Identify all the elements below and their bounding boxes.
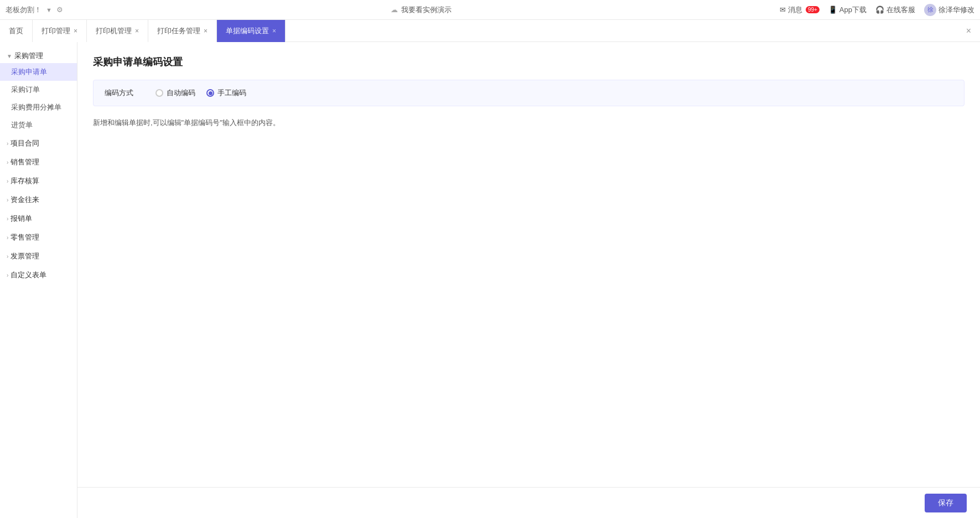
sidebar-group-inventory-arrow: › [7,178,8,184]
content-footer: 保存 [77,487,980,518]
tab-single-code-label: 单据编码设置 [226,26,269,36]
sidebar-group-purchase-arrow: ▼ [7,53,12,59]
sidebar-group-custom-form[interactable]: › 自定义表单 [0,266,77,284]
tab-print-task-label: 打印任务管理 [157,26,200,36]
save-button[interactable]: 保存 [925,494,967,512]
tab-print-task-close[interactable]: × [204,27,208,35]
tab-home-label: 首页 [9,26,23,36]
radio-auto-code-circle [155,89,163,97]
sidebar-group-retail-mgmt[interactable]: › 零售管理 [0,228,77,247]
tab-print-mgmt-label: 打印管理 [42,26,70,36]
radio-manual-code-circle [206,89,214,97]
message-button[interactable]: ✉ 消息 99+ [780,5,820,15]
tab-single-code-close[interactable]: × [272,27,276,35]
headset-icon: 🎧 [875,6,884,14]
sidebar-group-retail-mgmt-label: 零售管理 [11,232,39,242]
sidebar-group-invoice-mgmt-arrow: › [7,253,8,260]
user-name: 徐泽华修改 [938,5,974,15]
tab-home[interactable]: 首页 [0,20,33,42]
sidebar-group-capital[interactable]: › 资金往来 [0,190,77,209]
sidebar-item-purchase-order-label: 采购订单 [11,85,40,94]
sidebar-group-retail-mgmt-arrow: › [7,235,8,241]
avatar-icon: 徐 [924,4,936,16]
radio-auto-code[interactable]: 自动编码 [155,88,195,98]
sidebar-group-inventory[interactable]: › 库存核算 [0,172,77,190]
top-bar: 老板勿割！ ▼ ⚙ ☁ 我要看实例演示 ✉ 消息 99+ 📱 App下载 🎧 在… [0,0,980,20]
content-area: 采购申请单编码设置 编码方式 自动编码 手工编码 新增和编辑单据时,可以编辑"单… [77,42,980,518]
sidebar-item-purchase-expense-label: 采购费用分摊单 [11,103,61,111]
top-bar-left: 老板勿割！ ▼ ⚙ [6,5,63,15]
tab-single-code[interactable]: 单据编码设置 × [217,20,286,42]
sidebar-group-purchase[interactable]: ▼ 采购管理 [0,46,77,63]
sidebar-group-sales-mgmt-arrow: › [7,159,8,165]
sidebar-group-returns-arrow: › [7,216,8,222]
sidebar-item-purchase-request-label: 采购申请单 [11,68,47,76]
dropdown-icon[interactable]: ▼ [46,7,52,13]
sidebar-group-custom-form-arrow: › [7,272,8,278]
sidebar-item-purchase-order[interactable]: 采购订单 [0,81,77,99]
logo-text: 老板勿割！ [6,5,42,15]
tab-bar: 首页 打印管理 × 打印机管理 × 打印任务管理 × 单据编码设置 × × [0,20,980,42]
user-menu[interactable]: 徐 徐泽华修改 [924,4,974,16]
online-service-button[interactable]: 🎧 在线客服 [875,5,915,15]
encoding-label: 编码方式 [105,88,133,98]
sidebar-group-capital-arrow: › [7,197,8,203]
sidebar-group-invoice-mgmt[interactable]: › 发票管理 [0,247,77,266]
sidebar-item-purchase-request[interactable]: 采购申请单 [0,63,77,81]
radio-auto-code-label: 自动编码 [167,88,195,98]
sidebar-group-project-contract-label: 项目合同 [11,138,39,148]
phone-icon: 📱 [828,6,837,14]
sidebar-group-inventory-label: 库存核算 [11,176,39,186]
sidebar-group-project-contract[interactable]: › 项目合同 [0,134,77,153]
encoding-section: 编码方式 自动编码 手工编码 [93,80,965,106]
sidebar-item-purchase-expense[interactable]: 采购费用分摊单 [0,99,77,116]
description-text: 新增和编辑单据时,可以编辑"单据编码号"输入框中的内容。 [93,117,965,129]
tab-printer-mgmt-label: 打印机管理 [96,26,132,36]
main-layout: ▼ 采购管理 采购申请单 采购订单 采购费用分摊单 进货单 › 项目合同 › 销… [0,42,980,518]
top-bar-center: ☁ 我要看实例演示 [391,5,452,15]
message-icon: ✉ [780,6,786,14]
sidebar-group-sales-mgmt-label: 销售管理 [11,157,39,167]
sidebar: ▼ 采购管理 采购申请单 采购订单 采购费用分摊单 进货单 › 项目合同 › 销… [0,42,77,518]
tab-print-mgmt[interactable]: 打印管理 × [33,20,87,42]
tab-print-task[interactable]: 打印任务管理 × [148,20,217,42]
tab-printer-mgmt[interactable]: 打印机管理 × [87,20,148,42]
sidebar-group-returns-label: 报销单 [11,214,32,224]
sidebar-item-stock-in-label: 进货单 [11,121,33,129]
close-all-tabs-button[interactable]: × [957,26,980,36]
sidebar-item-stock-in[interactable]: 进货单 [0,116,77,134]
settings-icon[interactable]: ⚙ [56,6,63,14]
sidebar-group-project-contract-arrow: › [7,141,8,147]
tab-print-mgmt-close[interactable]: × [74,27,77,35]
sidebar-group-capital-label: 资金往来 [11,195,39,205]
sidebar-group-custom-form-label: 自定义表单 [11,270,46,280]
sidebar-group-purchase-label: 采购管理 [14,51,43,61]
content-inner: 采购申请单编码设置 编码方式 自动编码 手工编码 新增和编辑单据时,可以编辑"单… [77,42,980,487]
sidebar-group-invoice-mgmt-label: 发票管理 [11,251,39,261]
sidebar-group-sales-mgmt[interactable]: › 销售管理 [0,153,77,172]
tab-printer-mgmt-close[interactable]: × [135,27,139,35]
message-label: 消息 [788,5,802,15]
online-service-label: 在线客服 [886,5,915,15]
message-badge: 99+ [806,6,820,13]
app-download-label: App下载 [839,5,867,15]
radio-manual-code-label: 手工编码 [217,88,246,98]
top-bar-right: ✉ 消息 99+ 📱 App下载 🎧 在线客服 徐 徐泽华修改 [780,4,974,16]
radio-manual-code[interactable]: 手工编码 [206,88,246,98]
sidebar-group-returns[interactable]: › 报销单 [0,209,77,228]
announcement-text[interactable]: 我要看实例演示 [401,5,452,15]
cloud-icon: ☁ [391,6,398,14]
page-title: 采购申请单编码设置 [93,55,965,69]
radio-group-encoding: 自动编码 手工编码 [155,88,246,98]
app-download-button[interactable]: 📱 App下载 [828,5,867,15]
